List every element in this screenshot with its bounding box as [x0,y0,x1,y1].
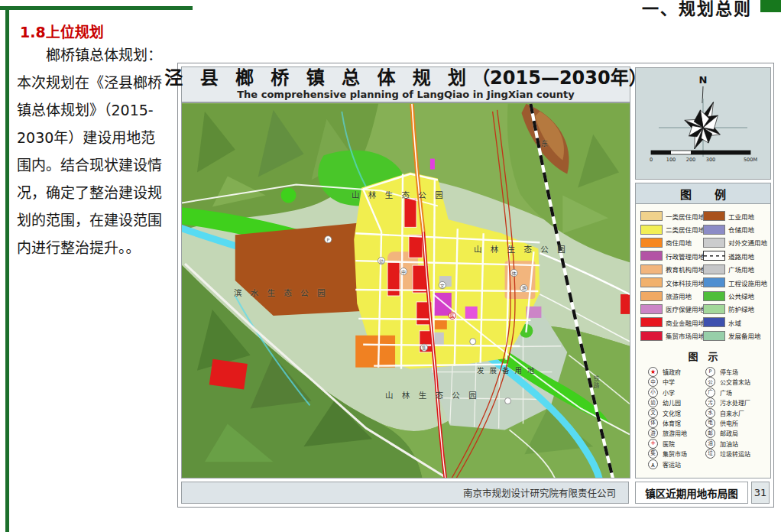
hospital-icon: + [648,439,658,449]
legend-swatch [703,238,725,248]
legend-item: 公共绿地 [703,289,766,302]
svg-text:中: 中 [401,269,406,275]
svg-text:200: 200 [686,157,695,163]
culture-hall-icon: 文 [648,408,658,418]
legend-item: 旅游用地 [640,289,703,302]
legend-item: 一类居住用地 [640,209,703,222]
legend-title: 图 例 [636,183,770,204]
legend-items: 一类居住用地 二类居住用地 商住用地 行政管理用地 教育机构用地 文体科技用地 … [636,204,770,342]
symbol-item: P停车场 [705,367,763,377]
waterfront-park-label: 滨 水 生 态 公 园 [234,287,329,298]
legend-column-left: 一类居住用地 二类居住用地 商住用地 行政管理用地 教育机构用地 文体科技用地 … [640,209,703,342]
legend-swatch [640,317,663,327]
symbols-items: ★镇政府 中中学 小小学 幼幼儿园 文文化馆 体体育馆 游旅游用地 +医院 集集… [636,363,770,469]
symbol-item: 垃垃圾转运站 [705,449,763,459]
symbol-item: 幼幼儿园 [648,397,705,407]
svg-text:300: 300 [706,157,715,163]
symbol-item: 集集贸市场 [648,449,705,459]
legend-item: 行政管理用地 [640,249,703,262]
power-station-icon: 电 [705,418,715,428]
legend-item: 工业用地 [703,209,766,222]
legend-item: 集贸市场用地 [640,329,703,342]
east-label: 东 [541,138,548,148]
svg-text:文: 文 [440,283,445,289]
symbol-item: 文文化馆 [648,407,705,417]
legend-item: 水域 [703,316,766,329]
bus-terminal-icon: Y [648,459,658,469]
legend-swatch [703,211,725,221]
legend-swatch [640,277,663,287]
svg-text:100: 100 [666,157,676,163]
reserved-land-label: 发 展 备 用 地 [477,365,536,375]
bus-stop-icon: 公 [705,377,715,387]
company-name: 南京市规划设计研究院有限责任公司 [463,485,616,500]
symbol-item: 中中学 [648,377,705,387]
drawing-title-box: 镇区近期用地布局图 [635,482,748,504]
symbol-item: 公公交首末站 [705,377,763,387]
legend-swatch [640,238,663,248]
legend-item: 商住用地 [640,236,703,249]
middle-school-icon: 中 [648,377,658,387]
symbols-column-right: P停车场 公公交首末站 广广场 污污水处理厂 水自来水厂 电供电所 邮邮政局 油… [705,367,763,469]
symbol-item: 体体育馆 [648,418,705,428]
legend-item: 工程设施用地 [703,276,766,289]
symbol-item: 油加油站 [705,439,763,449]
poster-frame: 泾 县 榔 桥 镇 总 体 规 划（2015—2030年） The compre… [177,63,774,508]
page-number-box: 31 [751,482,770,504]
legend-item: 商业金融用地 [640,316,703,329]
green-top-rule [0,6,193,10]
svg-text:幼: 幼 [379,258,384,264]
sewage-plant-icon: 污 [705,397,715,407]
symbol-item: Y客运站 [648,459,705,469]
symbols-title: 图 示 [636,349,770,363]
legend-swatch [703,304,725,314]
symbol-item: ★镇政府 [648,367,705,377]
map-title-cn: 泾 县 榔 桥 镇 总 体 规 划 [164,67,472,89]
legend-swatch [640,211,663,221]
svg-text:游: 游 [521,286,526,292]
symbol-item: 广广场 [705,388,763,397]
primary-school-icon: 小 [648,388,658,397]
legend-swatch [640,225,663,235]
park-label-3: 山 林 生 态 公 园 [385,389,480,401]
symbol-item: +医院 [648,439,705,449]
svg-text:500M: 500M [744,157,757,163]
symbol-item: 小小学 [648,388,705,397]
sidebar-paragraph: 榔桥镇总体规划：本次规划在《泾县榔桥镇总体规划》（2015-2030年）建设用地… [17,41,162,261]
legend-panel: 图 例 一类居住用地 二类居住用地 商住用地 行政管理用地 教育机构用地 文体科… [635,183,771,478]
post-office-icon: 邮 [705,428,715,438]
legend-item: 防护绿地 [703,303,766,316]
section-header: 一、规划总则 [642,0,752,19]
map-title-bar: 泾 县 榔 桥 镇 总 体 规 划（2015—2030年） The compre… [181,66,630,102]
legend-swatch [703,291,725,301]
map-title-years: （2015—2030年） [472,67,647,89]
market-icon: 集 [648,449,658,459]
planning-map: P 中 文 体 游 医 幼 集 山 林 生 态 公 园 山 林 生 态 公 [181,102,630,478]
legend-swatch [640,291,663,301]
legend-swatch [703,317,725,327]
legend-item: 教育机构用地 [640,263,703,276]
legend-swatch [640,264,663,274]
legend-swatch-road-pattern [703,251,725,261]
legend-swatch [703,277,725,287]
symbol-item: 污污水处理厂 [705,397,763,407]
legend-column-right: 工业用地 仓储用地 对外交通用地 道路用地 广场用地 工程设施用地 公共绿地 防… [703,209,766,342]
legend-item: 文体科技用地 [640,276,703,289]
legend-swatch [640,304,663,314]
plaza-icon: 广 [705,388,715,397]
legend-swatch [703,331,725,341]
waterworks-icon: 水 [705,408,715,418]
kindergarten-icon: 幼 [648,397,658,407]
tourism-icon: 游 [648,428,658,438]
green-corner-block [760,0,781,12]
legend-swatch [640,251,663,261]
legend-item: 道路用地 [703,249,766,262]
legend-item: 医疗保健用地 [640,303,703,316]
symbol-item: 邮邮政局 [705,428,763,438]
legend-item: 对外交通用地 [703,236,766,249]
north-label: N [636,74,770,86]
gymnasium-icon: 体 [648,418,658,428]
symbol-item: 电供电所 [705,418,763,428]
symbols-column-left: ★镇政府 中中学 小小学 幼幼儿园 文文化馆 体体育馆 游旅游用地 +医院 集集… [648,367,705,469]
symbol-item: 游旅游用地 [648,428,705,438]
